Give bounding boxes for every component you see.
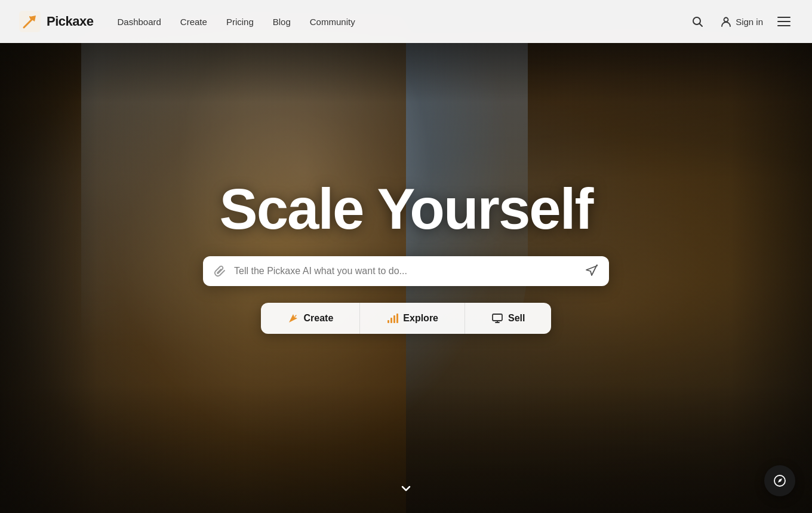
- scroll-down-indicator[interactable]: [399, 481, 413, 499]
- sell-button[interactable]: Sell: [465, 303, 551, 334]
- hamburger-line-2: [777, 21, 791, 22]
- logo[interactable]: Pickaxe: [19, 11, 93, 32]
- create-icon: [287, 312, 299, 324]
- attachment-icon: [214, 265, 227, 278]
- svg-rect-6: [396, 314, 398, 323]
- search-icon: [691, 16, 703, 27]
- send-icon: [585, 265, 598, 278]
- create-button-label: Create: [304, 313, 334, 324]
- svg-rect-4: [390, 318, 392, 323]
- sign-in-button[interactable]: Sign in: [720, 16, 763, 27]
- fab-button[interactable]: [764, 465, 795, 496]
- explore-icon: [386, 312, 398, 324]
- menu-button[interactable]: [775, 14, 793, 29]
- nav-community[interactable]: Community: [310, 17, 355, 27]
- hamburger-line-3: [777, 25, 791, 26]
- explore-button[interactable]: Explore: [360, 303, 465, 334]
- search-button[interactable]: [687, 11, 708, 32]
- user-icon: [720, 16, 732, 27]
- hero-section: Scale Yourself: [0, 0, 812, 513]
- hamburger-line-1: [777, 17, 791, 18]
- sell-icon: [491, 312, 503, 324]
- logo-icon: [19, 11, 41, 32]
- svg-rect-3: [387, 320, 389, 323]
- sign-in-label: Sign in: [736, 17, 763, 27]
- nav-links: Dashboard Create Pricing Blog Community: [117, 17, 355, 27]
- attachment-icon-wrap: [214, 265, 227, 278]
- svg-rect-7: [493, 314, 502, 321]
- nav-create[interactable]: Create: [180, 17, 207, 27]
- navbar-left: Pickaxe Dashboard Create Pricing Blog Co…: [19, 11, 355, 32]
- svg-point-2: [724, 18, 728, 22]
- navbar: Pickaxe Dashboard Create Pricing Blog Co…: [0, 0, 812, 43]
- compass-icon: [773, 474, 787, 488]
- sell-button-label: Sell: [508, 313, 525, 324]
- navbar-right: Sign in: [687, 11, 793, 32]
- nav-dashboard[interactable]: Dashboard: [117, 17, 161, 27]
- search-submit-button[interactable]: [585, 265, 598, 278]
- action-buttons-group: Create Explore: [261, 303, 552, 334]
- search-bar: [203, 256, 609, 286]
- nav-blog[interactable]: Blog: [273, 17, 291, 27]
- create-button[interactable]: Create: [261, 303, 361, 334]
- chevron-down-icon: [399, 481, 413, 496]
- logo-text: Pickaxe: [47, 14, 93, 29]
- svg-rect-5: [393, 315, 395, 323]
- hero-content: Scale Yourself: [0, 179, 812, 334]
- nav-pricing[interactable]: Pricing: [226, 17, 254, 27]
- hero-title: Scale Yourself: [220, 179, 593, 239]
- explore-button-label: Explore: [403, 313, 438, 324]
- svg-point-1: [693, 17, 700, 24]
- search-input[interactable]: [234, 266, 578, 277]
